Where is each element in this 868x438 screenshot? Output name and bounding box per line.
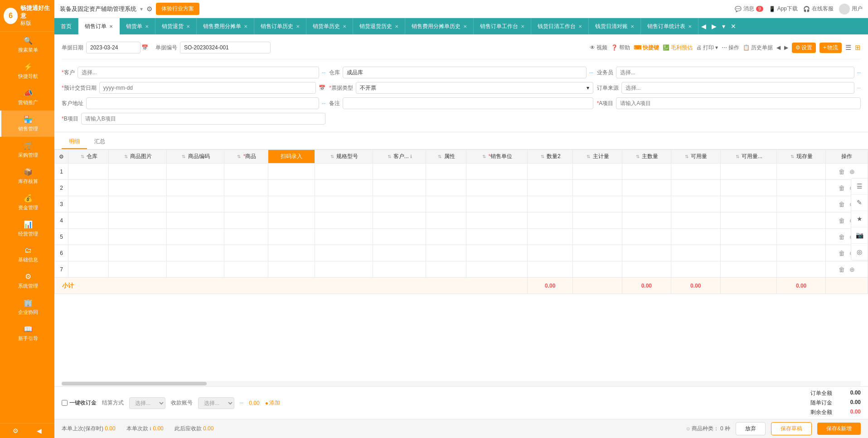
save-draft-btn[interactable]: 保存草稿 — [771, 422, 812, 435]
th-customer-code[interactable]: ⇅ 客户... ℹ — [373, 150, 426, 164]
cell-main-qty[interactable] — [622, 196, 671, 212]
addr-more-icon[interactable]: ··· — [322, 101, 325, 106]
cell-attribute[interactable] — [426, 196, 466, 212]
cell-available2[interactable] — [720, 180, 776, 196]
tab-prev-btn[interactable]: ◀ — [698, 23, 709, 30]
cell-available[interactable] — [671, 229, 720, 245]
calendar-icon[interactable]: 📅 — [141, 44, 148, 51]
cell-image[interactable] — [109, 245, 167, 261]
sidebar-collapse-icon[interactable]: ◀ — [37, 427, 42, 434]
cell-sales-unit[interactable] — [466, 180, 528, 196]
tab-close-sales-order[interactable]: ✕ — [109, 24, 113, 29]
cell-attribute[interactable] — [426, 229, 466, 245]
delivery-date-input[interactable] — [99, 82, 316, 94]
cell-qty2[interactable] — [528, 229, 573, 245]
sidebar-settings-icon[interactable]: ⚙ — [13, 427, 19, 434]
nav-next-icon[interactable]: ▶ — [784, 44, 788, 51]
cell-stock[interactable] — [776, 212, 825, 229]
cell-sales-unit[interactable] — [466, 229, 528, 245]
cell-qty2[interactable] — [528, 196, 573, 212]
cell-warehouse[interactable] — [68, 212, 109, 229]
staff-more-icon[interactable]: ··· — [857, 70, 861, 75]
cell-spec[interactable] — [315, 180, 373, 196]
nav-prev-icon[interactable]: ◀ — [776, 44, 781, 51]
topbar-gear-icon[interactable]: ⚙ — [146, 5, 152, 13]
cell-available2[interactable] — [720, 196, 776, 212]
cell-sales-unit[interactable] — [466, 245, 528, 261]
sidebar-item-purchase[interactable]: 🛒 采购管理 — [0, 137, 54, 163]
tab-close-cash-rec[interactable]: ✕ — [630, 24, 634, 29]
th-stock[interactable]: ⇅ 现存量 — [776, 150, 825, 164]
add-payment-btn[interactable]: ● 添加 — [265, 399, 280, 407]
bank-account-select[interactable]: 选择... — [198, 397, 234, 409]
tab-expense-history[interactable]: 销售费用分摊单历史 ✕ — [405, 18, 474, 34]
tab-sales-order[interactable]: 销售订单 ✕ — [78, 18, 120, 34]
cell-customer-code[interactable] — [373, 212, 426, 229]
tab-detail[interactable]: 明细 — [62, 135, 87, 149]
profit-btn[interactable]: 💹 毛利预估 — [663, 44, 693, 52]
sn-input[interactable]: SO-20230324-001 — [180, 42, 271, 53]
th-settings[interactable]: ⚙ — [55, 150, 68, 164]
cell-image[interactable] — [109, 180, 167, 196]
cell-attribute[interactable] — [426, 261, 466, 278]
user-avatar[interactable]: 用户 — [839, 4, 863, 14]
th-spec[interactable]: ⇅ 规格型号 — [315, 150, 373, 164]
sidebar-item-basic[interactable]: 🗂 基础信息 — [0, 242, 54, 268]
cell-spec[interactable] — [315, 212, 373, 229]
warehouse-more-icon[interactable]: ··· — [589, 70, 593, 75]
cell-stock[interactable] — [776, 196, 825, 212]
sidebar-item-finance[interactable]: 💰 资金管理 — [0, 189, 54, 216]
side-float-camera-icon[interactable]: 📷 — [851, 227, 868, 244]
cell-product[interactable] — [224, 164, 268, 180]
cell-available2[interactable] — [720, 164, 776, 180]
row-copy-icon[interactable]: ⊕ — [849, 168, 855, 175]
cell-main-unit[interactable] — [573, 229, 622, 245]
side-float-grid-icon[interactable]: ☰ — [851, 178, 868, 195]
help-btn[interactable]: ❓ 帮助 — [611, 44, 630, 52]
cell-warehouse[interactable] — [68, 245, 109, 261]
app-download-btn[interactable]: 📱 App下载 — [769, 5, 798, 13]
cell-sales-unit[interactable] — [466, 164, 528, 180]
cell-main-unit[interactable] — [573, 245, 622, 261]
cell-stock[interactable] — [776, 229, 825, 245]
tab-order-workbench[interactable]: 销售订单工作台 ✕ — [474, 18, 531, 34]
cell-sales-unit[interactable] — [466, 196, 528, 212]
side-float-star-icon[interactable]: ★ — [851, 211, 868, 227]
tab-close-history[interactable]: ✕ — [296, 24, 300, 29]
row-copy-icon[interactable]: ⊕ — [849, 266, 855, 273]
customer-more-icon[interactable]: ··· — [322, 70, 325, 75]
sidebar-item-enterprise[interactable]: 🏢 企业协同 — [0, 294, 54, 320]
tab-close-expense-history[interactable]: ✕ — [463, 24, 467, 29]
cell-spec[interactable] — [315, 229, 373, 245]
one-click-checkbox-input[interactable] — [62, 400, 68, 406]
layout-grid-icon[interactable]: ⊞ — [855, 43, 861, 52]
cell-qty2[interactable] — [528, 212, 573, 229]
tab-more-btn[interactable]: ▾ — [719, 23, 728, 30]
tab-close-return-history[interactable]: ✕ — [395, 24, 398, 29]
tab-sales-goods-history[interactable]: 销货单历史 ✕ — [306, 18, 353, 34]
th-main-qty[interactable]: ⇅ 主数量 — [622, 150, 671, 164]
sidebar-item-marketing[interactable]: 📣 营销推广 — [0, 84, 54, 111]
tab-return-history[interactable]: 销货退货历史 ✕ — [353, 18, 405, 34]
online-service-btn[interactable]: 🎧 在线客服 — [803, 5, 834, 13]
cell-attribute[interactable] — [426, 180, 466, 196]
cell-image[interactable] — [109, 164, 167, 180]
row-delete-icon[interactable]: 🗑 — [839, 266, 845, 273]
tab-close-cash-wb[interactable]: ✕ — [578, 24, 582, 29]
cell-available[interactable] — [671, 196, 720, 212]
staff-input[interactable] — [616, 67, 854, 78]
th-scan[interactable]: 扫码录入 — [268, 150, 315, 164]
cell-customer-code[interactable] — [373, 196, 426, 212]
save-new-btn[interactable]: 保存&新增 — [817, 423, 861, 435]
th-qty2[interactable]: ⇅ 数量2 — [528, 150, 573, 164]
cell-product[interactable] — [224, 245, 268, 261]
cell-warehouse[interactable] — [68, 229, 109, 245]
settings-btn[interactable]: ⚙ 设置 — [792, 43, 816, 53]
tab-sales-return[interactable]: 销货退货 ✕ — [155, 18, 197, 34]
tab-close-sales-goods[interactable]: ✕ — [145, 24, 149, 29]
cell-main-unit[interactable] — [573, 196, 622, 212]
tab-close-sales-return[interactable]: ✕ — [186, 24, 190, 29]
cell-main-qty[interactable] — [622, 180, 671, 196]
cell-available[interactable] — [671, 261, 720, 278]
date-input[interactable]: 2023-03-24 — [86, 42, 141, 53]
